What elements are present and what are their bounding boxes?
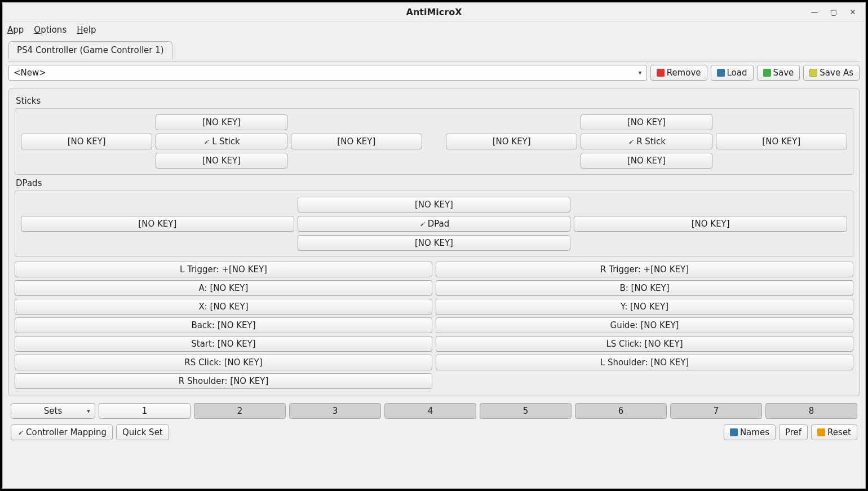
rstick-down[interactable]: [NO KEY] <box>581 153 712 169</box>
set-button-6[interactable]: 6 <box>575 403 667 419</box>
rtrigger-button[interactable]: R Trigger: +[NO KEY] <box>436 262 853 277</box>
lstick-left[interactable]: [NO KEY] <box>21 134 152 149</box>
lshoulder-button[interactable]: L Shoulder: [NO KEY] <box>436 355 853 370</box>
menu-options[interactable]: Options <box>34 25 67 35</box>
rsclick-button[interactable]: RS Click: [NO KEY] <box>15 355 432 370</box>
content: PS4 Controller (Game Controller 1) <New>… <box>3 38 865 488</box>
set-button-3[interactable]: 3 <box>289 403 381 419</box>
set-row: Sets 1 2 3 4 5 6 7 8 <box>8 403 860 419</box>
guide-button[interactable]: Guide: [NO KEY] <box>436 317 853 333</box>
window-title: AntiMicroX <box>406 7 462 17</box>
controller-mapping-button[interactable]: Controller Mapping <box>11 424 113 440</box>
menu-app[interactable]: App <box>7 25 24 35</box>
a-button[interactable]: A: [NO KEY] <box>15 280 432 296</box>
saveas-button[interactable]: Save As <box>803 65 860 81</box>
pref-button[interactable]: Pref <box>779 424 808 440</box>
set-button-2[interactable]: 2 <box>194 403 286 419</box>
rstick-left[interactable]: [NO KEY] <box>446 134 577 149</box>
rstick-right[interactable]: [NO KEY] <box>716 134 847 149</box>
lstick-right[interactable]: [NO KEY] <box>291 134 422 149</box>
wrench-icon <box>203 138 210 145</box>
back-button[interactable]: Back: [NO KEY] <box>15 317 432 333</box>
profile-toolbar: <New> Remove Load Save Save As <box>8 65 860 81</box>
window-controls: — ▢ ✕ <box>808 6 865 19</box>
lsclick-button[interactable]: LS Click: [NO KEY] <box>436 336 853 352</box>
set-button-4[interactable]: 4 <box>384 403 476 419</box>
titlebar: AntiMicroX — ▢ ✕ <box>3 3 865 22</box>
set-button-8[interactable]: 8 <box>765 403 857 419</box>
mapping-panel: Sticks [NO KEY] [NO KEY] [NO KEY] L Stic… <box>8 89 860 396</box>
lstick-down[interactable]: [NO KEY] <box>156 153 287 169</box>
ltrigger-button[interactable]: L Trigger: +[NO KEY] <box>15 262 432 277</box>
sticks-label: Sticks <box>16 96 853 106</box>
names-button[interactable]: Names <box>724 424 776 440</box>
menu-help[interactable]: Help <box>77 25 96 35</box>
x-button[interactable]: X: [NO KEY] <box>15 299 432 315</box>
bottom-row: Controller Mapping Quick Set Names Pref … <box>8 424 860 440</box>
dpads-fieldset: [NO KEY] [NO KEY] DPad [NO KEY] [NO KEY] <box>15 191 853 257</box>
rstick-config[interactable]: R Stick <box>581 134 712 149</box>
start-button[interactable]: Start: [NO KEY] <box>15 336 432 352</box>
sticks-fieldset: [NO KEY] [NO KEY] [NO KEY] L Stick [NO K… <box>15 108 853 175</box>
wrench-icon <box>627 138 634 145</box>
saveas-icon <box>809 69 817 77</box>
wrench-icon <box>419 220 426 227</box>
set-button-5[interactable]: 5 <box>480 403 572 419</box>
rstick-up[interactable]: [NO KEY] <box>581 114 712 130</box>
minimize-icon[interactable]: — <box>808 6 821 19</box>
load-button[interactable]: Load <box>711 65 754 81</box>
close-icon[interactable]: ✕ <box>846 6 860 19</box>
menubar: App Options Help <box>3 22 865 38</box>
set-button-7[interactable]: 7 <box>670 403 762 419</box>
maximize-icon[interactable]: ▢ <box>827 6 840 19</box>
y-button[interactable]: Y: [NO KEY] <box>436 299 853 315</box>
reset-icon <box>817 428 825 436</box>
load-icon <box>717 69 725 77</box>
lstick-config[interactable]: L Stick <box>156 134 287 149</box>
profile-select[interactable]: <New> <box>8 65 647 81</box>
buttons-grid: L Trigger: +[NO KEY] R Trigger: +[NO KEY… <box>15 262 853 389</box>
b-button[interactable]: B: [NO KEY] <box>436 280 853 296</box>
save-icon <box>763 69 771 77</box>
dpad-up[interactable]: [NO KEY] <box>298 197 571 213</box>
profile-selected: <New> <box>14 68 46 78</box>
lstick-up[interactable]: [NO KEY] <box>156 114 287 130</box>
quick-set-button[interactable]: Quick Set <box>116 424 169 440</box>
reset-button[interactable]: Reset <box>811 424 857 440</box>
tab-controller-1[interactable]: PS4 Controller (Game Controller 1) <box>8 41 172 59</box>
set-button-1[interactable]: 1 <box>99 403 191 419</box>
remove-button[interactable]: Remove <box>650 65 707 81</box>
dpad-left[interactable]: [NO KEY] <box>21 216 294 232</box>
rshoulder-button[interactable]: R Shoulder: [NO KEY] <box>15 373 432 389</box>
dpads-label: DPads <box>16 178 853 188</box>
wrench-icon <box>17 429 24 436</box>
tab-panel: <New> Remove Load Save Save As Sticks [N… <box>8 61 860 440</box>
sets-combo[interactable]: Sets <box>11 403 95 419</box>
save-button[interactable]: Save <box>757 65 800 81</box>
dpad-down[interactable]: [NO KEY] <box>298 235 571 251</box>
controller-tabs: PS4 Controller (Game Controller 1) <box>8 41 860 59</box>
app-window: AntiMicroX — ▢ ✕ App Options Help PS4 Co… <box>2 2 866 489</box>
list-icon <box>730 428 738 436</box>
dpad-config[interactable]: DPad <box>298 216 571 232</box>
dpad-right[interactable]: [NO KEY] <box>574 216 847 232</box>
remove-icon <box>657 69 665 77</box>
